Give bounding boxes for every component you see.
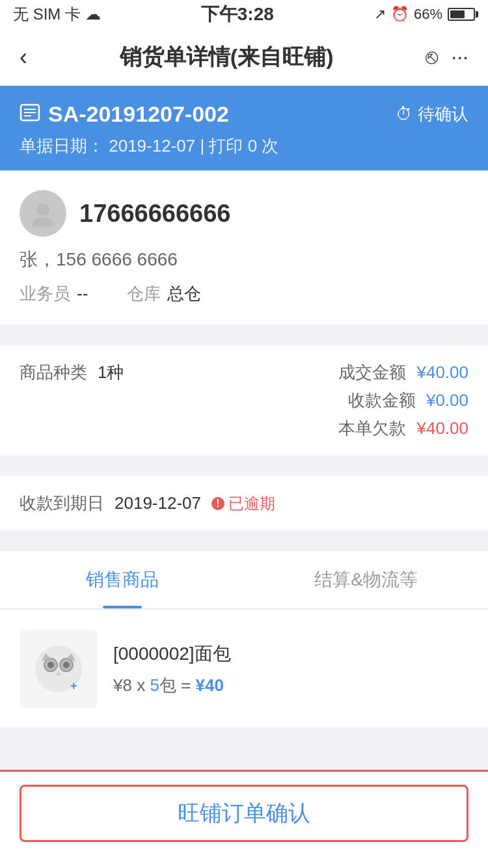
overdue-icon: ! (211, 497, 224, 510)
status-bar: 无 SIM 卡 ☁ 下午3:28 ↗ ⏰ 66% (0, 0, 488, 29)
tab-indicator (103, 606, 142, 608)
amount-value: ¥40.00 (416, 362, 468, 383)
status-left: 无 SIM 卡 ☁ (13, 4, 101, 25)
product-price: ¥8 x 5包 = ¥40 (113, 674, 468, 697)
nav-actions: ⎋ ··· (426, 45, 468, 69)
product-type-value: 1种 (98, 361, 124, 384)
svg-text:+: + (70, 679, 77, 692)
product-info: [0000002]面包 ¥8 x 5包 = ¥40 (113, 642, 468, 697)
status-right: ↗ ⏰ 66% (374, 6, 475, 23)
quantity: 5 (150, 675, 159, 695)
battery-text: 66% (414, 6, 442, 23)
share-button[interactable]: ⎋ (426, 45, 438, 69)
product-item: + [0000002]面包 ¥8 x 5包 = ¥40 (0, 610, 488, 728)
confirm-btn-container: 旺铺订单确认 (0, 770, 488, 868)
overdue-badge: ! 已逾期 (211, 493, 275, 514)
nav-bar: ‹ 销货单详情(来自旺铺) ⎋ ··· (0, 29, 488, 86)
battery-icon (448, 8, 475, 21)
owe-label: 本单欠款 (338, 417, 406, 440)
confirm-button[interactable]: 旺铺订单确认 (20, 785, 468, 842)
order-status: ⏱ 待确认 (396, 103, 468, 126)
due-label: 收款到期日 (20, 492, 104, 515)
tab-settlement[interactable]: 结算&物流等 (244, 551, 488, 608)
divider-3 (0, 541, 488, 551)
order-date: 单据日期： 2019-12-07 | 打印 0 次 (20, 135, 468, 157)
customer-card: 17666666666 张，156 6666 6666 业务员 -- 仓库 总仓 (0, 170, 488, 325)
order-icon (20, 102, 40, 127)
overdue-text: 已逾期 (228, 493, 275, 514)
page-title: 销货单详情(来自旺铺) (120, 42, 334, 72)
product-name: [0000002]面包 (113, 642, 468, 666)
product-thumbnail: + (20, 630, 98, 708)
tab-products[interactable]: 销售商品 (0, 551, 244, 608)
more-button[interactable]: ··· (451, 45, 468, 69)
location-icon: ↗ (374, 6, 386, 23)
owe-value: ¥40.00 (416, 418, 468, 439)
alarm-icon: ⏰ (391, 6, 409, 23)
product-type-label: 商品种类 (20, 361, 87, 384)
tab-settlement-label: 结算&物流等 (314, 567, 418, 592)
customer-name: 张，156 6666 6666 (20, 247, 468, 272)
status-time: 下午3:28 (201, 2, 274, 27)
svg-point-9 (47, 662, 54, 668)
tabs: 销售商品 结算&物流等 (0, 551, 488, 609)
due-date-card: 收款到期日 2019-12-07 ! 已逾期 (0, 476, 488, 530)
due-date: 2019-12-07 (115, 493, 201, 513)
salesperson-label: 业务员 (20, 282, 70, 305)
order-header: SA-20191207-002 ⏱ 待确认 单据日期： 2019-12-07 |… (0, 86, 488, 170)
divider-2 (0, 466, 488, 476)
received-value: ¥0.00 (426, 390, 468, 411)
sim-text: 无 SIM 卡 ☁ (13, 4, 101, 25)
received-label: 收款金额 (348, 389, 416, 412)
customer-phone: 17666666666 (79, 200, 230, 228)
product-list: + [0000002]面包 ¥8 x 5包 = ¥40 (0, 610, 488, 728)
svg-point-4 (36, 203, 49, 216)
warehouse-value: 总仓 (167, 282, 201, 305)
salesperson-value: -- (77, 284, 88, 304)
warehouse-label: 仓库 (127, 282, 161, 305)
svg-point-10 (63, 662, 70, 668)
amount-label: 成交金额 (338, 361, 406, 384)
avatar (20, 190, 66, 237)
svg-point-5 (33, 217, 53, 226)
price-value: ¥8 (113, 675, 132, 695)
tab-products-label: 销售商品 (86, 567, 159, 592)
clock-icon: ⏱ (396, 104, 413, 124)
back-button[interactable]: ‹ (20, 44, 27, 71)
divider-1 (0, 335, 488, 346)
summary-card: 商品种类 1种 成交金额 ¥40.00 收款金额 ¥0.00 本单欠款 ¥40.… (0, 346, 488, 455)
customer-meta: 业务员 -- 仓库 总仓 (20, 282, 468, 305)
total-price: ¥40 (195, 675, 223, 695)
order-id: SA-20191207-002 (20, 102, 229, 127)
summary-amounts: 成交金额 ¥40.00 收款金额 ¥0.00 本单欠款 ¥40.00 (338, 361, 468, 440)
